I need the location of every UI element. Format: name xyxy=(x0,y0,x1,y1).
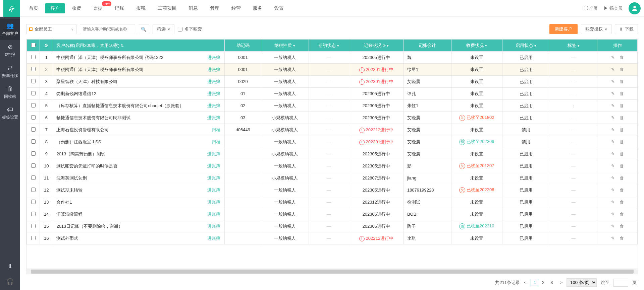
per-page-select[interactable]: 100 条/页 xyxy=(567,278,597,287)
row-checkbox[interactable] xyxy=(27,148,40,160)
nav-item-10[interactable]: 服务 xyxy=(248,3,268,13)
col-checkbox[interactable] xyxy=(27,40,40,52)
customer-name[interactable]: 测试期末结转进账簿 xyxy=(53,184,225,196)
col-tag[interactable]: 标签▾ xyxy=(550,40,597,52)
col-tax[interactable]: 纳税性质▾ xyxy=(261,40,309,52)
customer-name[interactable]: 聚星智联（天津）科技有限公司进账簿 xyxy=(53,76,225,88)
enter-books-link[interactable]: 进账簿 xyxy=(207,55,220,61)
enter-books-link[interactable]: 进账簿 xyxy=(207,199,220,205)
delete-icon[interactable]: 🗑 xyxy=(617,236,626,241)
delete-icon[interactable]: 🗑 xyxy=(617,91,626,96)
customer-name[interactable]: 上海石雀投资管理有限公司归档 xyxy=(53,124,225,136)
nav-item-4[interactable]: 记账 xyxy=(109,3,129,13)
nav-item-3[interactable]: 票据new xyxy=(88,3,108,13)
row-checkbox[interactable] xyxy=(27,136,40,148)
customer-name[interactable]: （勿删）江西服宝-LSS归档 xyxy=(53,136,225,148)
delete-icon[interactable]: 🗑 xyxy=(617,188,626,193)
row-checkbox[interactable] xyxy=(27,208,40,220)
delete-icon[interactable]: 🗑 xyxy=(617,139,626,144)
edit-icon[interactable]: ✎ xyxy=(609,236,617,241)
edit-icon[interactable]: ✎ xyxy=(609,200,617,205)
download-button[interactable]: ⬇ 下载 xyxy=(615,24,638,34)
col-fee[interactable]: 收费状况▾ xyxy=(451,40,502,52)
enter-books-link[interactable]: 进账簿 xyxy=(207,187,220,193)
nav-item-11[interactable]: 设置 xyxy=(269,3,289,13)
delete-icon[interactable]: 🗑 xyxy=(617,115,626,120)
delete-icon[interactable]: 🗑 xyxy=(617,212,626,217)
edit-icon[interactable]: ✎ xyxy=(609,79,617,84)
row-checkbox[interactable] xyxy=(27,196,40,208)
delete-icon[interactable]: 🗑 xyxy=(617,55,626,60)
new-customer-button[interactable]: 新建客户 xyxy=(549,24,578,34)
sidenav-item-4[interactable]: 🏷标签设置 xyxy=(0,103,20,124)
row-checkbox[interactable] xyxy=(27,124,40,136)
col-code[interactable]: 助记码 xyxy=(225,40,261,52)
sidenav-item-3[interactable]: 🗑回收站 xyxy=(0,82,20,103)
delete-icon[interactable]: 🗑 xyxy=(617,103,626,108)
customer-name[interactable]: 勿删新锐网络通信12进账簿 xyxy=(53,88,225,100)
employee-select[interactable]: 全部员工 ∨ xyxy=(26,24,76,34)
edit-icon[interactable]: ✎ xyxy=(609,139,617,144)
delete-icon[interactable]: 🗑 xyxy=(617,200,626,205)
delete-icon[interactable]: 🗑 xyxy=(617,67,626,72)
no-books-checkbox[interactable]: 名下账套 xyxy=(178,26,202,32)
enter-books-link[interactable]: 进账簿 xyxy=(207,211,220,217)
edit-icon[interactable]: ✎ xyxy=(609,151,617,156)
enter-books-link[interactable]: 归档 xyxy=(212,139,220,145)
auth-button[interactable]: 账套授权∨ xyxy=(581,24,611,34)
enter-books-link[interactable]: 进账簿 xyxy=(207,223,220,229)
nav-item-8[interactable]: 管理 xyxy=(205,3,225,13)
customer-name[interactable]: 2013日记账（不要删除哈，谢谢）进账簿 xyxy=(53,220,225,232)
nav-item-5[interactable]: 报税 xyxy=(131,3,151,13)
enter-books-link[interactable]: 进账簿 xyxy=(207,103,220,109)
row-checkbox[interactable] xyxy=(27,184,40,196)
edit-icon[interactable]: ✎ xyxy=(609,55,617,60)
nav-item-9[interactable]: 经营 xyxy=(226,3,246,13)
sidenav-bottom-0[interactable]: ⬇ xyxy=(0,259,20,275)
row-checkbox[interactable] xyxy=(27,76,40,88)
col-init[interactable]: 期初状态▾ xyxy=(309,40,349,52)
page-number[interactable]: 2 xyxy=(539,279,547,286)
horizontal-scrollbar[interactable] xyxy=(26,269,638,274)
delete-icon[interactable]: 🗑 xyxy=(617,79,626,84)
col-enable[interactable]: 启用状态▾ xyxy=(502,40,550,52)
enter-books-link[interactable]: 进账簿 xyxy=(207,163,220,169)
customer-name[interactable]: （库存核算）直播畅捷通信息技术股份有限公司chanjet（原账套）进账簿 xyxy=(53,100,225,112)
customer-name[interactable]: 中税网通广泽（天津）税务师事务所有限公司 代码1222进账簿 xyxy=(53,52,225,64)
edit-icon[interactable]: ✎ xyxy=(609,163,617,168)
row-checkbox[interactable] xyxy=(27,112,40,124)
enter-books-link[interactable]: 进账簿 xyxy=(207,151,220,157)
edit-icon[interactable]: ✎ xyxy=(609,91,617,96)
goto-page-input[interactable] xyxy=(613,279,628,287)
edit-icon[interactable]: ✎ xyxy=(609,175,617,180)
nav-item-7[interactable]: 消息 xyxy=(183,3,203,13)
row-checkbox[interactable] xyxy=(27,100,40,112)
row-checkbox[interactable] xyxy=(27,88,40,100)
row-checkbox[interactable] xyxy=(27,220,40,232)
delete-icon[interactable]: 🗑 xyxy=(617,224,626,229)
search-button[interactable]: 🔍 xyxy=(139,24,149,34)
customer-name[interactable]: 畅捷通信息技术股份有限公司民非测试进账簿 xyxy=(53,112,225,124)
sidenav-item-0[interactable]: 👥全部客户 xyxy=(0,19,20,40)
sidenav-item-2[interactable]: ⇄账套迁移 xyxy=(0,61,20,82)
page-prev[interactable]: < xyxy=(524,280,527,285)
edit-icon[interactable]: ✎ xyxy=(609,103,617,108)
page-next[interactable]: > xyxy=(560,280,562,285)
sidenav-item-1[interactable]: ⊘0申报 xyxy=(0,40,20,61)
edit-icon[interactable]: ✎ xyxy=(609,67,617,72)
customer-name[interactable]: 合作社1进账簿 xyxy=(53,196,225,208)
sidenav-bottom-1[interactable]: 🎧 xyxy=(0,275,20,290)
edit-icon[interactable]: ✎ xyxy=(609,115,617,120)
col-name[interactable]: 客户名称(启用200家，禁用10家)⇅ xyxy=(53,40,225,52)
enter-books-link[interactable]: 进账簿 xyxy=(207,175,220,181)
delete-icon[interactable]: 🗑 xyxy=(617,175,626,180)
row-checkbox[interactable] xyxy=(27,52,40,64)
edit-icon[interactable]: ✎ xyxy=(609,224,617,229)
edit-icon[interactable]: ✎ xyxy=(609,188,617,193)
enter-books-link[interactable]: 归档 xyxy=(212,127,220,133)
edit-icon[interactable]: ✎ xyxy=(609,127,617,132)
page-number[interactable]: 3 xyxy=(547,279,556,286)
filter-button[interactable]: 筛选∨ xyxy=(153,24,174,34)
fullscreen-toggle[interactable]: ⛶ 全屏 xyxy=(584,5,598,11)
row-checkbox[interactable] xyxy=(27,160,40,172)
